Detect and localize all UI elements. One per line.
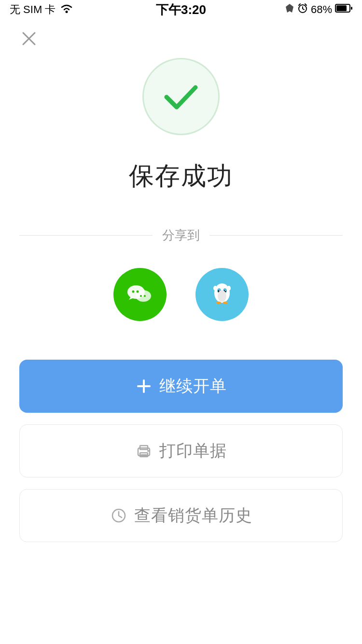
success-circle (142, 58, 220, 135)
qq-icon (206, 279, 238, 310)
svg-point-23 (223, 302, 228, 304)
svg-rect-3 (336, 5, 347, 11)
success-title: 保存成功 (129, 159, 233, 193)
svg-point-0 (66, 11, 68, 13)
wechat-icon (124, 279, 156, 310)
battery-text: 68% (311, 3, 332, 16)
status-time: 下午3:20 (156, 1, 206, 18)
divider-right (209, 235, 343, 236)
wifi-icon (59, 3, 74, 16)
share-label: 分享到 (153, 227, 209, 244)
svg-point-12 (144, 295, 146, 297)
status-right: 68% (285, 3, 352, 16)
svg-point-10 (137, 291, 139, 293)
clock-icon (110, 507, 127, 524)
share-section: 分享到 (0, 227, 362, 244)
printer-icon (135, 442, 153, 460)
battery-icon (335, 3, 352, 16)
location-icon (285, 3, 294, 16)
print-button-label: 打印单据 (159, 440, 227, 462)
svg-point-9 (132, 291, 135, 293)
svg-point-19 (225, 290, 226, 291)
divider-left (19, 235, 153, 236)
print-button[interactable]: 打印单据 (19, 424, 343, 477)
svg-point-24 (213, 286, 217, 291)
continue-button[interactable]: 继续开单 (19, 360, 343, 413)
action-buttons: 继续开单 打印单据 (0, 360, 362, 542)
svg-point-11 (140, 295, 142, 297)
svg-point-16 (219, 290, 220, 291)
svg-point-25 (227, 286, 231, 291)
alarm-icon (297, 3, 308, 16)
svg-rect-4 (351, 7, 352, 10)
close-button[interactable] (17, 27, 41, 50)
svg-point-22 (216, 302, 221, 304)
status-bar: 无 SIM 卡 下午3:20 68% (0, 0, 362, 19)
no-sim-text: 无 SIM 卡 (10, 2, 56, 17)
share-qq-button[interactable] (195, 268, 249, 321)
svg-point-31 (147, 450, 149, 452)
history-button[interactable]: 查看销货单历史 (19, 489, 343, 542)
history-button-label: 查看销货单历史 (134, 504, 252, 527)
share-wechat-button[interactable] (113, 268, 167, 321)
svg-point-21 (218, 290, 226, 302)
share-icons-container (113, 268, 249, 321)
plus-icon (135, 378, 153, 395)
continue-button-label: 继续开单 (159, 375, 227, 397)
main-content: 保存成功 分享到 (0, 19, 362, 542)
checkmark-icon (159, 75, 203, 118)
status-left: 无 SIM 卡 (10, 2, 74, 17)
